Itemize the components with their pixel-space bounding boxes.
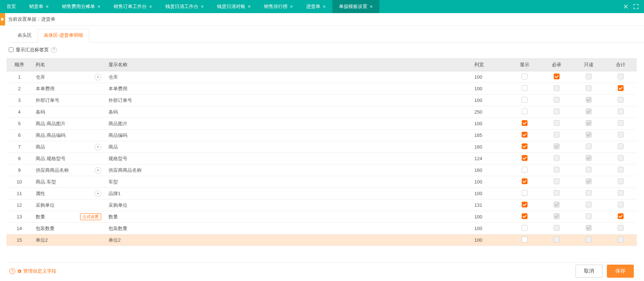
- close-icon[interactable]: ✕: [97, 4, 100, 9]
- expand-icon[interactable]: +: [95, 167, 101, 174]
- cell-width[interactable]: 250: [471, 106, 509, 118]
- table-row[interactable]: 4条码条码250: [7, 106, 637, 118]
- cell-display[interactable]: 商品编码: [105, 130, 471, 141]
- top-tab[interactable]: 钱货日清对账✕: [210, 0, 257, 13]
- help-icon[interactable]: ?: [51, 47, 57, 53]
- cell-display[interactable]: 规格型号: [105, 153, 471, 165]
- table-row[interactable]: 1仓库+仓库100: [7, 71, 637, 83]
- cell-width[interactable]: 100: [471, 83, 509, 95]
- top-tab-label: 钱货日清工作台: [165, 3, 198, 10]
- checkbox[interactable]: [522, 213, 528, 219]
- table-row[interactable]: 5商品.商品图片商品图片100: [7, 118, 637, 130]
- top-tab[interactable]: 销售费用分摊单✕: [55, 0, 107, 13]
- cell-width[interactable]: 131: [471, 199, 509, 211]
- close-icon[interactable]: ✕: [46, 4, 49, 9]
- top-tab[interactable]: 进货单✕: [300, 0, 332, 13]
- inner-tab[interactable]: 表头区: [12, 29, 37, 42]
- top-tab[interactable]: 销售订单工作台✕: [107, 0, 159, 13]
- expand-icon[interactable]: +: [95, 144, 101, 150]
- table-row[interactable]: 7商品+商品160: [7, 141, 637, 153]
- inner-tab[interactable]: 表体区-进货单明细: [37, 29, 89, 43]
- checkbox[interactable]: [522, 237, 528, 242]
- cell-name: 本单费用: [32, 83, 105, 95]
- table-row[interactable]: 6商品.商品编码商品编码165: [7, 130, 637, 141]
- top-tab[interactable]: 首页: [0, 0, 23, 13]
- cell-width[interactable]: 160: [471, 165, 509, 176]
- cell-width[interactable]: 100: [471, 95, 509, 106]
- cell-display[interactable]: 供应商商品名称: [105, 165, 471, 176]
- cancel-button[interactable]: 取消: [576, 265, 602, 278]
- cell-display[interactable]: 条码: [105, 106, 471, 118]
- expand-sidebar-handle[interactable]: [0, 13, 5, 25]
- table-row[interactable]: 2本单费用本单费用100: [7, 83, 637, 95]
- formula-settings-badge[interactable]: 公式设置: [80, 213, 101, 220]
- close-all-tabs-icon[interactable]: [621, 1, 631, 12]
- checkbox[interactable]: [522, 190, 528, 196]
- fullscreen-icon[interactable]: [631, 1, 641, 12]
- cell-width[interactable]: 100: [471, 223, 509, 234]
- cell-width[interactable]: 100: [471, 118, 509, 130]
- table-row[interactable]: 9供应商商品名称+供应商商品名称160: [7, 165, 637, 176]
- close-icon[interactable]: ✕: [323, 4, 326, 9]
- cell-display[interactable]: 本单费用: [105, 83, 471, 95]
- top-tab[interactable]: 单据模板设置✕: [332, 0, 379, 13]
- top-tab[interactable]: 销货单✕: [23, 0, 55, 13]
- cell-display[interactable]: 包装数量: [105, 223, 471, 234]
- cell-display[interactable]: 仓库: [105, 71, 471, 83]
- table-row[interactable]: 10商品.车型车型100: [7, 176, 637, 188]
- checkbox[interactable]: [522, 178, 528, 184]
- expand-icon[interactable]: +: [95, 190, 101, 197]
- checkbox[interactable]: [522, 202, 528, 207]
- close-icon[interactable]: ✕: [248, 4, 251, 9]
- checkbox[interactable]: [522, 167, 528, 173]
- checkbox[interactable]: [522, 120, 528, 126]
- table-row[interactable]: 13数量公式设置数量100: [7, 211, 637, 223]
- cell-display[interactable]: 商品图片: [105, 118, 471, 130]
- cell-display[interactable]: 商品: [105, 141, 471, 153]
- checkbox[interactable]: [522, 225, 528, 231]
- cell-width[interactable]: 100: [471, 71, 509, 83]
- cell-display[interactable]: 单位2: [105, 234, 471, 246]
- checkbox: [554, 225, 560, 231]
- manage-custom-fields-link[interactable]: ? 管理自定义字段: [9, 268, 56, 274]
- checkbox[interactable]: [522, 108, 528, 114]
- cell-display[interactable]: 车型: [105, 176, 471, 188]
- checkbox[interactable]: [522, 74, 528, 79]
- save-button[interactable]: 保存: [607, 265, 634, 278]
- checkbox[interactable]: [554, 74, 560, 79]
- cell-width[interactable]: 100: [471, 188, 509, 199]
- column-name-text: 数量: [36, 214, 45, 220]
- checkbox[interactable]: [522, 85, 528, 91]
- cell-width[interactable]: 100: [471, 176, 509, 188]
- expand-icon[interactable]: +: [95, 74, 101, 80]
- table-row[interactable]: 12采购单位采购单位131: [7, 199, 637, 211]
- cell-display[interactable]: 品牌1: [105, 188, 471, 199]
- checkbox[interactable]: [522, 155, 528, 161]
- cell-width[interactable]: 100: [471, 234, 509, 246]
- show-summary-tab-label: 显示汇总标签页: [16, 47, 49, 53]
- cell-display[interactable]: 外部订单号: [105, 95, 471, 106]
- show-summary-tab-checkbox[interactable]: [9, 47, 13, 52]
- cell-display[interactable]: 采购单位: [105, 199, 471, 211]
- top-tab[interactable]: 销售排行榜✕: [257, 0, 300, 13]
- top-tab[interactable]: 钱货日清工作台✕: [159, 0, 210, 13]
- table-row[interactable]: 8商品.规格型号规格型号124: [7, 153, 637, 165]
- close-icon[interactable]: ✕: [370, 4, 373, 9]
- close-icon[interactable]: ✕: [201, 4, 204, 9]
- cell-display[interactable]: 数量: [105, 211, 471, 223]
- checkbox[interactable]: [522, 132, 528, 138]
- cell-width[interactable]: 160: [471, 141, 509, 153]
- table-row[interactable]: 3外部订单号外部订单号100: [7, 95, 637, 106]
- table-row[interactable]: 15单位2单位2100: [7, 234, 637, 246]
- cell-width[interactable]: 124: [471, 153, 509, 165]
- cell-width[interactable]: 165: [471, 130, 509, 141]
- checkbox[interactable]: [618, 213, 624, 219]
- checkbox[interactable]: [618, 85, 624, 91]
- checkbox[interactable]: [522, 97, 528, 103]
- table-row[interactable]: 14包装数量包装数量100: [7, 223, 637, 234]
- close-icon[interactable]: ✕: [149, 4, 152, 9]
- cell-width[interactable]: 100: [471, 211, 509, 223]
- close-icon[interactable]: ✕: [290, 4, 293, 9]
- table-row[interactable]: 11属性+品牌1100: [7, 188, 637, 199]
- checkbox[interactable]: [522, 143, 528, 149]
